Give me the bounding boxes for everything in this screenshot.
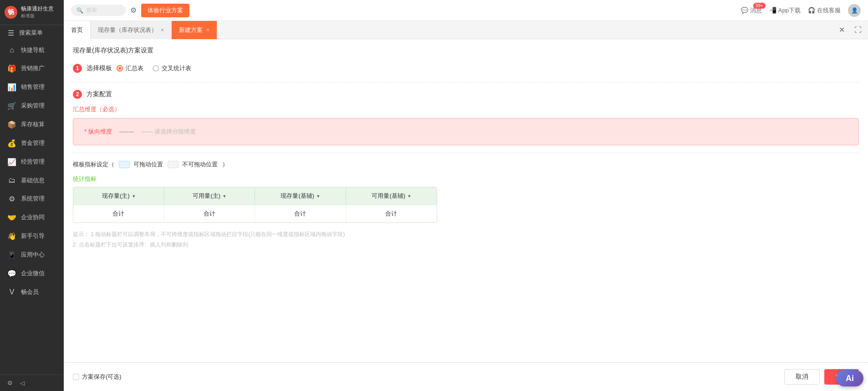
topbar-search-icon: 🔍	[77, 7, 83, 14]
non-draggable-label: 不可拖动位置	[182, 160, 218, 169]
sidebar-item-finance[interactable]: 💰 资金管理	[0, 134, 64, 153]
gear-icon: ⚙	[7, 195, 16, 203]
sidebar-item-cooperation[interactable]: 🤝 企业协同	[0, 208, 64, 227]
mobile-icon: 📱	[7, 251, 16, 259]
row-cell-0-1: 合计	[164, 205, 255, 222]
sidebar-item-inventory[interactable]: 📦 库存核算	[0, 115, 64, 134]
tip-1: 提示： 1.拖动标题栏可以调整布局，不可跨维度或指标区域拖动拦目字段(只能在同一…	[73, 230, 859, 239]
row-cell-0-0: 合计	[73, 205, 164, 222]
sidebar-item-basic-info[interactable]: 🗂 基础信息	[0, 171, 64, 190]
tab-close-new-scheme[interactable]: ×	[206, 27, 209, 33]
indicator-draggable-legend: 可拖动位置	[119, 160, 163, 169]
header-cell-1[interactable]: 可用量(主) ▾	[164, 187, 255, 205]
chevron-down-icon-3: ▾	[408, 193, 411, 199]
sidebar-item-wechat[interactable]: 💬 企业微信	[0, 264, 64, 283]
tab-close-action[interactable]: ✕	[835, 24, 848, 36]
stats-table-header: 现存量(主) ▾ 可用量(主) ▾ 现存量(基辅) ▾ 可用量(基辅)	[73, 187, 437, 205]
chart-icon: 📊	[7, 83, 16, 92]
app-logo-icon: 畅	[5, 6, 17, 19]
sidebar: 畅 畅康通好生意 标准版 ☰ 搜索菜单 ⌂ 快捷导航 🎁 营销推广 📊 销售管理…	[0, 0, 64, 391]
tab-bar-actions: ✕ ⛶	[835, 24, 868, 36]
tab-bar: 首页 现存量（库存状况表） × 新建方案 × ✕ ⛶	[64, 21, 868, 39]
service-icon: 🎧	[808, 7, 815, 14]
sidebar-collapse-icon[interactable]: ◁	[20, 380, 25, 386]
folder-icon: 🗂	[7, 176, 16, 185]
home-icon: ⌂	[7, 46, 16, 54]
chevron-down-icon-2: ▾	[317, 193, 320, 199]
sidebar-item-management[interactable]: 📈 经营管理	[0, 153, 64, 171]
step1-divider	[73, 82, 859, 82]
bottom-bar: 方案保存(可选) 取消 查询	[64, 362, 868, 391]
indicator-settings: 模板指标设定（ 可拖动位置 不可拖动位置 ）	[73, 160, 859, 169]
vip-icon: V	[7, 288, 16, 296]
indicator-settings-suffix: ）	[222, 160, 228, 169]
handshake-icon: 🤝	[7, 213, 16, 222]
content-area: 现存量(库存状况表)方案设置 1 选择模板 汇总表 交叉统计表	[64, 39, 868, 362]
stats-section-title: 统计指标	[73, 175, 859, 183]
indicator-non-draggable-legend: 不可拖动位置	[168, 160, 218, 169]
vertical-dimension-label: * 纵向维度	[84, 128, 112, 136]
topbar-gear-icon[interactable]: ⚙	[130, 6, 137, 15]
message-icon: 💬	[741, 7, 748, 14]
dimension-arrow: ——	[119, 128, 134, 136]
sidebar-item-member[interactable]: V 畅会员	[0, 283, 64, 301]
tab-new-scheme[interactable]: 新建方案 ×	[172, 21, 217, 39]
radio-summary-circle	[117, 65, 123, 72]
sidebar-nav: ☰ 搜索菜单 ⌂ 快捷导航 🎁 营销推广 📊 销售管理 🛒 采购管理 📦 库存核…	[0, 25, 64, 375]
sidebar-item-sales[interactable]: 📊 销售管理	[0, 78, 64, 97]
stats-table: 现存量(主) ▾ 可用量(主) ▾ 现存量(基辅) ▾ 可用量(基辅)	[73, 187, 437, 223]
trial-btn[interactable]: 体验行业方案	[141, 4, 189, 17]
step1-section: 1 选择模板 汇总表 交叉统计表	[73, 64, 859, 73]
sidebar-item-app-center[interactable]: 📱 应用中心	[0, 246, 64, 264]
app-logo-text: 畅康通好生意 标准版	[21, 5, 54, 19]
radio-summary[interactable]: 汇总表	[117, 64, 143, 72]
tab-close-inventory[interactable]: ×	[161, 27, 164, 33]
messages-count-badge: 99+	[753, 3, 766, 9]
page-title: 现存量(库存状况表)方案设置	[73, 46, 859, 55]
sidebar-item-quicknav[interactable]: ⌂ 快捷导航	[0, 41, 64, 59]
gift-icon: 🎁	[7, 64, 16, 73]
radio-cross[interactable]: 交叉统计表	[153, 64, 191, 72]
step2-inner-divider	[73, 153, 859, 153]
dimension-area[interactable]: * 纵向维度 —— —— 请选择分组维度	[73, 118, 859, 145]
sidebar-logo: 畅 畅康通好生意 标准版	[0, 0, 64, 25]
main-area: 🔍 搜索 ⚙ 体验行业方案 💬 消息 99+ 📲 App下载 🎧 在线客服 👤	[64, 0, 868, 391]
sidebar-settings-icon[interactable]: ⚙	[7, 380, 13, 386]
cancel-button[interactable]: 取消	[784, 369, 820, 385]
tips-section: 提示： 1.拖动标题栏可以调整布局，不可跨维度或指标区域拖动拦目字段(只能在同一…	[73, 230, 859, 249]
search-icon: ☰	[6, 29, 15, 37]
header-cell-2[interactable]: 现存量(基辅) ▾	[255, 187, 346, 205]
non-draggable-legend-box	[168, 161, 179, 168]
table-row: 合计 合计 合计 合计	[73, 205, 437, 222]
box-icon: 📦	[7, 120, 16, 129]
topbar-right: 💬 消息 99+ 📲 App下载 🎧 在线客服 👤	[741, 4, 861, 17]
row-cell-0-3: 合计	[346, 205, 437, 222]
header-cell-0[interactable]: 现存量(主) ▾	[73, 187, 164, 205]
sidebar-item-purchase[interactable]: 🛒 采购管理	[0, 97, 64, 115]
sidebar-item-search[interactable]: ☰ 搜索菜单	[0, 25, 64, 41]
save-checkbox[interactable]: 方案保存(可选)	[73, 373, 122, 381]
topbar-online-service[interactable]: 🎧 在线客服	[808, 6, 841, 15]
ai-badge[interactable]: Ai	[836, 370, 863, 386]
chevron-down-icon-1: ▾	[223, 193, 226, 199]
sidebar-item-guide[interactable]: 👋 新手引导	[0, 227, 64, 246]
header-cell-3[interactable]: 可用量(基辅) ▾	[346, 187, 437, 205]
tip-2: 2. 点击标题栏下拉可设置排序、插入列和删除列	[73, 241, 859, 249]
tab-inventory-status[interactable]: 现存量（库存状况表） ×	[91, 21, 172, 39]
row-cell-0-2: 合计	[255, 205, 346, 222]
tab-expand-action[interactable]: ⛶	[852, 24, 864, 36]
topbar-app-download[interactable]: 📲 App下载	[769, 6, 801, 15]
app-download-icon: 📲	[769, 7, 776, 14]
sidebar-item-marketing[interactable]: 🎁 营销推广	[0, 59, 64, 78]
topbar-search[interactable]: 🔍 搜索	[71, 5, 126, 16]
sidebar-item-system[interactable]: ⚙ 系统管理	[0, 190, 64, 208]
sidebar-bottom: ⚙ ◁	[0, 375, 64, 391]
template-radio-group: 汇总表 交叉统计表	[117, 64, 191, 72]
user-avatar[interactable]: 👤	[848, 4, 861, 17]
draggable-legend-box	[119, 161, 130, 168]
tab-home[interactable]: 首页	[64, 21, 91, 39]
step1-header: 1 选择模板 汇总表 交叉统计表	[73, 64, 859, 73]
topbar-messages[interactable]: 💬 消息 99+	[741, 6, 762, 15]
cart-icon: 🛒	[7, 102, 16, 110]
draggable-label: 可拖动位置	[133, 160, 163, 169]
